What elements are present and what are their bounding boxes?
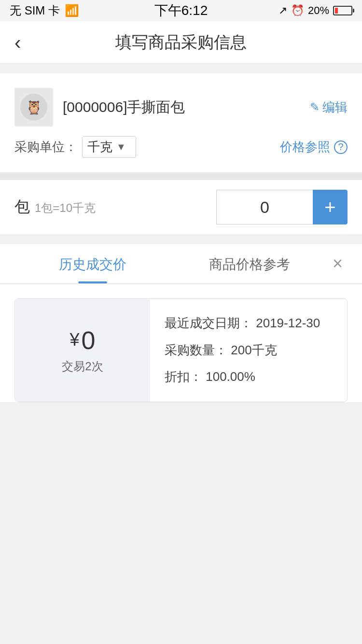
battery-fill xyxy=(335,8,338,14)
alarm-icon: ⏰ xyxy=(291,4,304,17)
product-row: 采购单位： 千克 ▼ 价格参照 ? xyxy=(14,136,348,158)
battery-text: 20% xyxy=(308,4,329,17)
battery-icon xyxy=(333,6,352,15)
status-carrier: 无 SIM 卡 📶 xyxy=(10,3,79,18)
quantity-label: 包 1包=10千克 xyxy=(14,196,96,218)
location-icon: ↗ xyxy=(278,4,287,17)
purchase-qty-row: 采购数量： 200千克 xyxy=(165,340,333,361)
edit-button[interactable]: ✎ 编辑 xyxy=(310,99,348,116)
recent-date-row: 最近成交日期： 2019-12-30 xyxy=(165,313,333,334)
svg-text:🦉: 🦉 xyxy=(26,99,42,115)
dropdown-arrow-icon: ▼ xyxy=(116,141,126,153)
back-button[interactable]: ‹ xyxy=(14,33,21,52)
purchase-unit: 采购单位： 千克 ▼ xyxy=(14,136,136,158)
status-right: ↗ ⏰ 20% xyxy=(278,4,352,17)
help-icon: ? xyxy=(334,140,348,154)
section-divider xyxy=(0,172,362,180)
price-trades: 交易2次 xyxy=(62,359,103,374)
price-reference-button[interactable]: 价格参照 ? xyxy=(280,139,348,155)
tab-price-reference[interactable]: 商品价格参考 xyxy=(171,244,327,283)
panel-section: 历史成交价 商品价格参考 × ¥ 0 交易2次 最近成交日期： 2019-12-… xyxy=(0,244,362,402)
unit-select[interactable]: 千克 ▼ xyxy=(82,136,136,158)
edit-icon: ✎ xyxy=(310,100,320,114)
product-left: 🦉 [0000006]手撕面包 xyxy=(14,88,185,126)
quantity-section: 包 1包=10千克 + xyxy=(0,180,362,234)
product-name: [0000006]手撕面包 xyxy=(63,98,185,117)
main-content xyxy=(0,417,362,644)
carrier-text: 无 SIM 卡 xyxy=(10,3,60,18)
tab-history-price[interactable]: 历史成交价 xyxy=(14,244,171,283)
price-card-left: ¥ 0 交易2次 xyxy=(15,299,150,402)
nav-bar: ‹ 填写商品采购信息 xyxy=(0,21,362,64)
page-title: 填写商品采购信息 xyxy=(115,31,247,54)
price-amount: ¥ 0 xyxy=(70,326,96,355)
status-time: 下午6:12 xyxy=(154,1,208,20)
price-card-right: 最近成交日期： 2019-12-30 采购数量： 200千克 折扣： 100.0… xyxy=(150,299,347,402)
discount-row: 折扣： 100.00% xyxy=(165,367,333,387)
status-bar: 无 SIM 卡 📶 下午6:12 ↗ ⏰ 20% xyxy=(0,0,362,21)
quantity-input[interactable] xyxy=(216,190,313,224)
close-button[interactable]: × xyxy=(328,249,348,279)
product-header: 🦉 [0000006]手撕面包 ✎ 编辑 xyxy=(14,88,348,126)
quantity-plus-button[interactable]: + xyxy=(313,190,348,224)
price-card: ¥ 0 交易2次 最近成交日期： 2019-12-30 采购数量： 200千克 … xyxy=(14,298,348,402)
product-section: 🦉 [0000006]手撕面包 ✎ 编辑 采购单位： 千克 ▼ 价格参照 ? xyxy=(0,73,362,172)
tabs: 历史成交价 商品价格参考 × xyxy=(0,244,362,284)
quantity-input-area: + xyxy=(216,190,348,224)
product-thumbnail: 🦉 xyxy=(14,88,53,126)
wifi-icon: 📶 xyxy=(65,4,79,17)
product-image-icon: 🦉 xyxy=(19,93,48,122)
